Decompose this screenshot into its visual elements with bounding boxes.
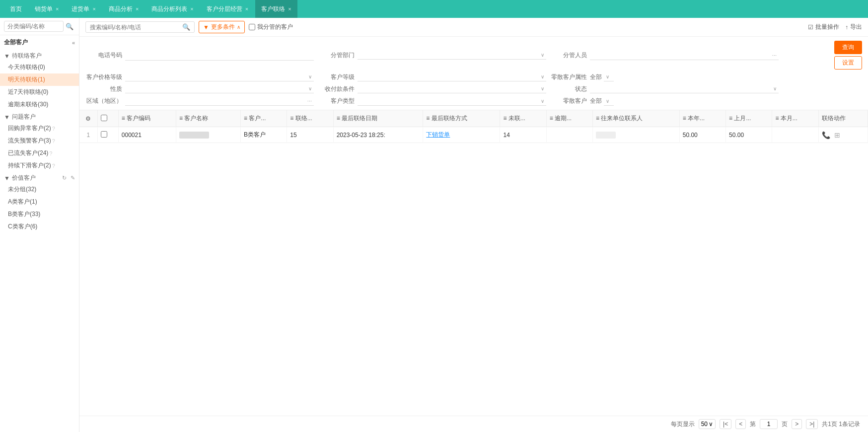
sidebar-search-input[interactable] xyxy=(4,21,64,32)
collapse-icon: « xyxy=(72,40,75,46)
sidebar-item-overdue-contact[interactable]: 逾期未联络(30) xyxy=(0,98,79,111)
row-checkbox[interactable] xyxy=(101,131,107,138)
th-last-month[interactable]: ≡ 上月... xyxy=(726,110,772,127)
all-customers-header[interactable]: 全部客户 « xyxy=(0,35,79,50)
sidebar-item-repurchase-abnormal[interactable]: 回购异常客户(2) ? xyxy=(0,122,79,135)
filter-status: 状态 ∨ xyxy=(550,84,779,93)
nav-product-analysis-list[interactable]: 商品分析列表 × xyxy=(145,0,199,18)
filter-customer-type-select[interactable]: ∨ xyxy=(358,97,546,106)
cell-last-method[interactable]: 下销货单 xyxy=(423,127,500,143)
arrow-pending-icon: ▼ xyxy=(4,53,10,60)
filter-retail-customer-select[interactable]: ∨ xyxy=(604,97,614,106)
help-repurchase-icon: ? xyxy=(52,126,55,132)
group-value-customers[interactable]: ▼ 价值客户 ↻ ✎ xyxy=(0,172,79,183)
sidebar-item-class-a[interactable]: A类客户(1) xyxy=(0,196,79,208)
group-problem-label: 问题客户 xyxy=(12,113,36,121)
prev-page-button[interactable]: < xyxy=(735,419,746,429)
close-customer-contact-icon[interactable]: × xyxy=(288,6,291,12)
page-input[interactable] xyxy=(760,419,778,429)
th-name[interactable]: ≡ 客户名称 xyxy=(176,110,240,127)
group-pending-contact[interactable]: ▼ 待联络客户 xyxy=(0,50,79,61)
th-no-contact[interactable]: ≡ 未联... xyxy=(500,110,546,127)
region-more-icon: ··· xyxy=(307,98,312,104)
next-page-button[interactable]: > xyxy=(792,419,802,429)
th-last-method[interactable]: ≡ 最后联络方式 xyxy=(423,110,500,127)
query-button[interactable]: 查询 xyxy=(834,41,862,54)
sort-code-icon: ≡ xyxy=(122,115,125,122)
more-filter-button[interactable]: ▼ 更多条件 ∧ xyxy=(199,21,245,33)
cell-last-date: 2023-05-23 18:25: xyxy=(333,127,423,143)
sidebar-item-today-contact[interactable]: 今天待联络(0) xyxy=(0,61,79,73)
sidebar-item-declining[interactable]: 持续下滑客户(2) ? xyxy=(0,159,79,172)
nav-customer-tiering[interactable]: 客户分层经营 × xyxy=(201,0,254,18)
filter-nature-select[interactable]: ∨ xyxy=(125,84,314,93)
sort-last-month-icon: ≡ xyxy=(729,115,732,122)
sidebar-item-class-b[interactable]: B类客户(33) xyxy=(0,208,79,220)
search-input[interactable] xyxy=(90,24,179,31)
refresh-value-icon[interactable]: ↻ xyxy=(62,175,67,181)
filter-status-label: 状态 xyxy=(550,85,590,93)
th-gear[interactable]: ⚙ xyxy=(79,110,97,127)
cell-contact-count: 15 xyxy=(287,127,333,143)
sidebar-item-tomorrow-contact[interactable]: 明天待联络(1) xyxy=(0,73,79,86)
last-page-button[interactable]: >| xyxy=(806,419,818,429)
select-all-checkbox[interactable] xyxy=(101,115,107,121)
filter-row-4: 区域（地区） ··· 客户类型 ∨ 零散客户 全部 ∨ xyxy=(85,96,862,106)
th-checkbox[interactable] xyxy=(97,110,118,127)
filter-nature-label: 性质 xyxy=(85,85,125,93)
page-size-select[interactable]: 50 ∨ xyxy=(699,419,716,429)
th-contact-count[interactable]: ≡ 联络... xyxy=(287,110,333,127)
sort-method-icon: ≡ xyxy=(426,115,430,122)
nav-purchase-order[interactable]: 进货单 × xyxy=(66,0,101,18)
sidebar-item-ungrouped[interactable]: 未分组(32) xyxy=(0,183,79,196)
nav-customer-contact[interactable]: 客户联络 × xyxy=(255,0,297,18)
my-customers-checkbox[interactable]: 我分管的客户 xyxy=(249,23,293,31)
grid-icon[interactable]: ⊞ xyxy=(834,131,840,139)
th-code[interactable]: ≡ 客户编码 xyxy=(118,110,176,127)
filter-dept-select[interactable]: ∨ xyxy=(358,51,546,60)
group-problem-customers[interactable]: ▼ 问题客户 xyxy=(0,111,79,122)
filter-status-select[interactable]: ∨ xyxy=(590,84,779,93)
close-customer-tiering-icon[interactable]: × xyxy=(245,6,248,12)
filter-payment-terms-label: 收付款条件 xyxy=(318,85,358,93)
export-button[interactable]: ↑ 导出 xyxy=(845,23,862,31)
sidebar-item-7days-contact[interactable]: 近7天待联络(0) xyxy=(0,86,79,98)
filter-customer-type: 客户类型 ∨ xyxy=(318,97,546,106)
nav-sales-order[interactable]: 销货单 × xyxy=(29,0,65,18)
settings-button[interactable]: 设置 xyxy=(834,56,862,70)
th-type[interactable]: ≡ 客户... xyxy=(241,110,287,127)
help-declining-icon: ? xyxy=(52,163,55,169)
call-icon[interactable]: 📞 xyxy=(822,131,830,139)
close-product-analysis-icon[interactable]: × xyxy=(136,6,139,12)
batch-op-button[interactable]: ☑ 批量操作 xyxy=(808,23,839,31)
my-customers-check[interactable] xyxy=(249,24,255,30)
nav-product-analysis[interactable]: 商品分析 × xyxy=(103,0,145,18)
cell-checkbox[interactable] xyxy=(97,127,118,143)
toolbar-right: ☑ 批量操作 ↑ 导出 xyxy=(808,23,862,31)
filter-price-level-label: 客户价格等级 xyxy=(85,73,125,81)
th-this-month[interactable]: ≡ 本月... xyxy=(772,110,818,127)
th-last-date[interactable]: ≡ 最后联络日期 xyxy=(333,110,423,127)
gear-icon[interactable]: ⚙ xyxy=(85,115,91,122)
edit-value-icon[interactable]: ✎ xyxy=(71,175,75,181)
search-icon[interactable]: 🔍 xyxy=(182,23,190,31)
sidebar-search-icon[interactable]: 🔍 xyxy=(66,23,73,30)
first-page-button[interactable]: |< xyxy=(720,419,731,429)
close-sales-order-icon[interactable]: × xyxy=(56,6,59,12)
filter-region-select[interactable]: ··· xyxy=(125,96,314,106)
sidebar-item-churned[interactable]: 已流失客户(24) ? xyxy=(0,147,79,159)
filter-customer-level-select[interactable]: ∨ xyxy=(358,72,546,81)
filter-retail-attr-select[interactable]: ∨ xyxy=(604,72,614,81)
close-product-analysis-list-icon[interactable]: × xyxy=(190,6,193,12)
sidebar-item-class-c[interactable]: C类客户(6) xyxy=(0,220,79,233)
filter-price-level-select[interactable]: ∨ xyxy=(125,72,314,81)
th-this-year[interactable]: ≡ 本年... xyxy=(679,110,725,127)
filter-phone-input[interactable] xyxy=(125,50,314,61)
filter-person-select[interactable]: ··· xyxy=(590,51,779,60)
th-overdue[interactable]: ≡ 逾期... xyxy=(546,110,592,127)
close-purchase-order-icon[interactable]: × xyxy=(92,6,95,12)
sidebar-item-churn-warning[interactable]: 流失预警客户(3) ? xyxy=(0,135,79,147)
filter-payment-terms-select[interactable]: ∨ xyxy=(358,84,546,93)
nav-home[interactable]: 首页 xyxy=(4,0,28,18)
th-contact-person[interactable]: ≡ 往来单位联系人 xyxy=(593,110,680,127)
